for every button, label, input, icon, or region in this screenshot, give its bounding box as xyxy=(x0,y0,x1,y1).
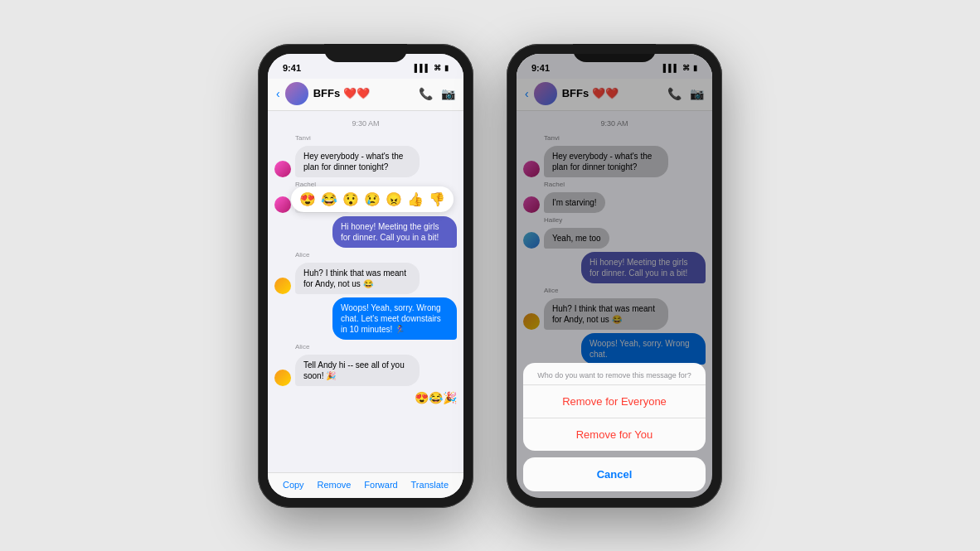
notch xyxy=(324,44,407,62)
action-forward[interactable]: Forward xyxy=(364,480,397,490)
video-icon-left[interactable]: 📷 xyxy=(441,87,455,100)
back-button-left[interactable]: ‹ xyxy=(276,87,280,100)
signal-icon-left: ▌▌▌ xyxy=(415,64,430,72)
action-bar-left: Copy Remove Forward Translate xyxy=(268,472,463,498)
action-sheet-title: Who do you want to remove this message f… xyxy=(523,363,706,385)
time-left: 9:41 xyxy=(283,63,301,73)
reaction-bar: 😍 😂 😯 😢 😠 👍 👎 xyxy=(291,186,454,212)
bubble-tanvi: Hey everybody - what's the plan for dinn… xyxy=(295,146,420,177)
nav-icons-left: 📞 📷 xyxy=(419,87,455,100)
action-remove[interactable]: Remove xyxy=(318,480,352,490)
phone-icon-left[interactable]: 📞 xyxy=(419,87,433,100)
react-sad[interactable]: 😢 xyxy=(364,191,381,207)
sender-name-tanvi: Tanvi xyxy=(295,134,457,142)
chat-title-left: BFFs ❤️❤️ xyxy=(313,87,414,99)
action-copy[interactable]: Copy xyxy=(283,480,304,490)
message-row-sent1: Hi honey! Meeting the girls for dinner. … xyxy=(274,216,457,248)
sender-name-alice2: Alice xyxy=(295,343,457,350)
chat-area-left: 9:30 AM Tanvi Hey everybody - what's the… xyxy=(268,111,463,472)
emoji-row: 😍😂🎉 xyxy=(274,391,457,404)
bubble-sent1: Hi honey! Meeting the girls for dinner. … xyxy=(332,216,457,248)
action-sheet-group: Who do you want to remove this message f… xyxy=(523,363,706,451)
action-sheet: Who do you want to remove this message f… xyxy=(517,356,712,498)
phones-container: 9:41 ▌▌▌ ⌘ ▮ ‹ BFFs ❤️❤️ 📞 📷 9:30 AM xyxy=(258,44,722,508)
react-thumbsdown[interactable]: 👎 xyxy=(429,191,445,207)
avatar-alice1 xyxy=(274,278,291,294)
react-love[interactable]: 😍 xyxy=(299,191,316,207)
react-angry[interactable]: 😠 xyxy=(386,191,402,207)
message-row-alice2: Tell Andy hi -- see all of you soon! 🎉 xyxy=(274,355,457,386)
right-screen: 9:41 ▌▌▌ ⌘ ▮ ‹ BFFs ❤️❤️ 📞 📷 9:30 AM xyxy=(517,54,712,498)
message-row-alice1: Huh? I think that was meant for Andy, no… xyxy=(274,263,457,294)
avatar-rachel xyxy=(274,196,291,213)
react-wow[interactable]: 😯 xyxy=(342,191,359,207)
left-screen: 9:41 ▌▌▌ ⌘ ▮ ‹ BFFs ❤️❤️ 📞 📷 9:30 AM xyxy=(268,54,463,498)
avatar-tanvi xyxy=(274,161,291,177)
left-phone: 9:41 ▌▌▌ ⌘ ▮ ‹ BFFs ❤️❤️ 📞 📷 9:30 AM xyxy=(258,44,473,508)
avatar-alice2 xyxy=(274,370,291,386)
bubble-sent2: Woops! Yeah, sorry. Wrong chat. Let's me… xyxy=(332,297,457,340)
status-icons-left: ▌▌▌ ⌘ ▮ xyxy=(415,64,449,72)
message-row-sent2: Woops! Yeah, sorry. Wrong chat. Let's me… xyxy=(274,297,457,340)
react-thumbsup[interactable]: 👍 xyxy=(407,191,424,207)
wifi-icon-left: ⌘ xyxy=(434,64,441,72)
remove-for-everyone-button[interactable]: Remove for Everyone xyxy=(523,385,706,418)
nav-bar-left: ‹ BFFs ❤️❤️ 📞 📷 xyxy=(268,79,463,111)
right-phone: 9:41 ▌▌▌ ⌘ ▮ ‹ BFFs ❤️❤️ 📞 📷 9:30 AM xyxy=(507,44,722,508)
action-translate[interactable]: Translate xyxy=(411,480,449,490)
sender-name-alice1: Alice xyxy=(295,251,457,259)
message-row-tanvi: Hey everybody - what's the plan for dinn… xyxy=(274,146,457,177)
remove-for-you-button[interactable]: Remove for You xyxy=(523,418,706,451)
cancel-button[interactable]: Cancel xyxy=(523,457,706,491)
bubble-alice1: Huh? I think that was meant for Andy, no… xyxy=(295,263,420,294)
bubble-alice2: Tell Andy hi -- see all of you soon! 🎉 xyxy=(295,355,420,386)
selected-message-container: 😍 😂 😯 😢 😠 👍 👎 Hi honey! Meeting the girl… xyxy=(274,216,457,248)
group-avatar-left xyxy=(285,82,308,105)
react-laugh[interactable]: 😂 xyxy=(321,191,337,207)
action-sheet-overlay: Who do you want to remove this message f… xyxy=(517,54,712,498)
action-sheet-cancel: Cancel xyxy=(523,457,706,491)
timestamp-left: 9:30 AM xyxy=(274,119,457,128)
battery-icon-left: ▮ xyxy=(444,64,449,72)
